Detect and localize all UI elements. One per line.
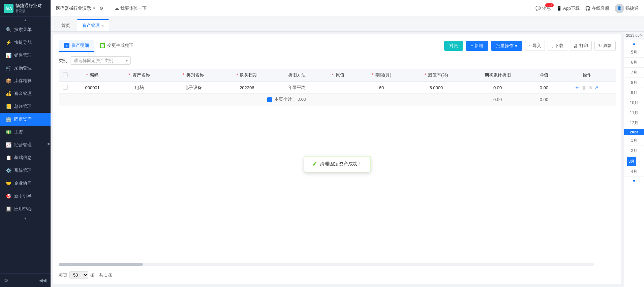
sidebar-item-app-center[interactable]: 🔲 应用中心 xyxy=(0,202,51,215)
company-selector[interactable]: 医疗器械行业演示 ▾ xyxy=(56,5,95,11)
table-row: 000001 电脑 电子设备 202206 年限平均 60 5.0000 0.0… xyxy=(59,82,616,94)
tab-asset-mgmt[interactable]: 资产管理 × xyxy=(77,19,109,31)
topbar: 医疗器械行业演示 ▾ ⚙ ☁ 我要体验一下 💬 消息 99+ 📱 App下载 🎧… xyxy=(51,0,644,17)
table-scrollbar-thumb[interactable] xyxy=(59,263,143,266)
new-btn[interactable]: + 新增 xyxy=(466,41,488,51)
user-avatar: 👤 xyxy=(615,4,624,13)
timeline-month-1[interactable]: 1月 xyxy=(624,136,644,146)
sidebar-item-basic-info[interactable]: 📋 基础信息 xyxy=(0,151,51,164)
sidebar-collapse-btn[interactable]: ◀ xyxy=(46,133,51,154)
timeline-month-4[interactable]: 4月 xyxy=(624,167,644,177)
download-btn[interactable]: ↓ 下载 xyxy=(548,41,568,51)
guide-icon: 🎯 xyxy=(5,193,11,199)
sub-tab-change-voucher[interactable]: 📄 变更生成凭证 xyxy=(94,40,139,52)
sidebar-item-search[interactable]: 🔍 搜索菜单 xyxy=(0,23,51,36)
timeline-month-2[interactable]: 2月 xyxy=(624,146,644,156)
sidebar-scroll-up[interactable]: ▲ xyxy=(0,17,51,23)
select-all-checkbox[interactable] xyxy=(63,72,68,77)
message-icon: 💬 xyxy=(535,6,541,11)
user-name: 畅捷通 xyxy=(625,5,639,11)
account-btn[interactable]: 对账 xyxy=(444,41,463,51)
toast-message: 清理固定资产成功！ xyxy=(320,161,362,167)
tab-close-icon[interactable]: × xyxy=(102,24,104,28)
timeline-month-7[interactable]: 7月 xyxy=(624,68,644,78)
timeline-panel: 2023.03 ✕ ⤡ ▲ 5月 6月 7月 8月 9月 10月 11月 12月… xyxy=(624,32,644,287)
timeline-controls: ✕ ⤡ xyxy=(640,33,644,38)
subtotal-label: 本页小计： xyxy=(274,97,296,102)
timeline-nav-down[interactable]: ▼ xyxy=(624,177,644,185)
message-btn[interactable]: 💬 消息 99+ xyxy=(535,5,551,11)
timeline-month-8[interactable]: 8月 xyxy=(624,78,644,88)
timeline-up-icon: ▲ xyxy=(632,41,637,46)
sidebar-item-inventory[interactable]: 📦 库存核算 xyxy=(0,74,51,87)
topbar-divider xyxy=(109,5,109,12)
app-download-label: App下载 xyxy=(563,5,580,11)
experience-icon: ☁ xyxy=(115,6,119,11)
app-logo: AtA 畅捷通好业财 普及版 xyxy=(0,0,51,17)
batch-btn[interactable]: 批量操作 ▾ xyxy=(491,41,522,51)
per-page-select[interactable]: 50 10 20 100 xyxy=(69,271,88,279)
user-btn[interactable]: 👤 畅捷通 xyxy=(615,4,639,13)
operations-icon: 📈 xyxy=(5,142,11,148)
row-code: 000001 xyxy=(72,82,113,94)
timeline-month-12[interactable]: 12月 xyxy=(624,118,644,128)
row-actions: ✏ 🗑 ⊕ ↗ xyxy=(558,82,616,94)
timeline-month-3-active[interactable]: 3月 xyxy=(627,157,636,166)
app-download-btn[interactable]: 📱 App下载 xyxy=(556,5,580,11)
filter-category-wrapper[interactable]: 请选择固定资产类别 xyxy=(70,56,131,65)
sidebar-item-fixed-assets[interactable]: 🏢 固定资产 xyxy=(0,113,51,126)
gear-icon[interactable]: ⚙ xyxy=(99,6,103,11)
sidebar-item-ledger[interactable]: 📒 总账管理 xyxy=(0,100,51,113)
filter-category-select[interactable]: 请选择固定资产类别 xyxy=(70,56,131,65)
settings-icon[interactable]: ⚙ xyxy=(3,276,10,284)
copy-icon[interactable]: ⊕ xyxy=(588,85,592,90)
sidebar-item-sales[interactable]: 📊 销售管理 xyxy=(0,49,51,62)
timeline-month-6[interactable]: 6月 xyxy=(624,58,644,68)
import-btn[interactable]: ↑ 导入 xyxy=(525,41,545,51)
online-service-btn[interactable]: 🎧 在线客服 xyxy=(585,5,609,11)
app-center-icon: 🔲 xyxy=(5,206,11,212)
asset-table: * 编码 * 资产名称 * 类别名称 xyxy=(59,69,616,105)
search-icon: 🔍 xyxy=(5,27,11,33)
experience-btn[interactable]: ☁ 我要体验一下 xyxy=(115,5,147,11)
import-icon: ↑ xyxy=(529,43,531,49)
asset-table-wrapper: * 编码 * 资产名称 * 类别名称 xyxy=(59,69,616,105)
sidebar: AtA 畅捷通好业财 普及版 ◀ ▲ 🔍 搜索菜单 ⚡ 快捷导航 📊 销售管理 … xyxy=(0,0,51,287)
sidebar-item-purchase[interactable]: 🛒 采购管理 xyxy=(0,62,51,74)
tab-home[interactable]: 首页 xyxy=(56,20,75,31)
sidebar-item-operations[interactable]: 📈 经营管理 xyxy=(0,138,51,151)
filter-category-label: 类别 xyxy=(59,58,67,64)
sidebar-item-label: 快捷导航 xyxy=(14,39,32,45)
sidebar-scroll-down[interactable]: ▼ xyxy=(0,215,51,222)
collapse-icon[interactable]: ◀◀ xyxy=(38,276,48,284)
sub-tab-asset-detail[interactable]: ≡ 资产明细 xyxy=(59,40,94,52)
sidebar-item-funds[interactable]: 💰 资金管理 xyxy=(0,87,51,100)
more-icon[interactable]: ↗ xyxy=(594,85,599,90)
change-voucher-tab-icon: 📄 xyxy=(100,43,105,48)
refresh-btn[interactable]: ↻ 刷新 xyxy=(594,41,616,51)
sidebar-item-payroll[interactable]: 💵 工资 xyxy=(0,126,51,138)
sidebar-item-label: 资金管理 xyxy=(14,91,32,97)
row-checkbox[interactable] xyxy=(63,85,68,90)
sidebar-item-quick-nav[interactable]: ⚡ 快捷导航 xyxy=(0,36,51,49)
sidebar-item-guide[interactable]: 🎯 新手引导 xyxy=(0,190,51,202)
row-original-value xyxy=(320,82,356,94)
print-btn[interactable]: 🖨 打印 xyxy=(570,41,592,51)
timeline-close-btn[interactable]: ✕ xyxy=(640,33,643,38)
tabbar: 首页 资产管理 × xyxy=(51,17,644,32)
timeline-month-5[interactable]: 5月 xyxy=(624,47,644,58)
delete-icon[interactable]: 🗑 xyxy=(582,85,586,90)
edit-icon[interactable]: ✏ xyxy=(576,85,580,90)
sub-tab-detail-label: 资产明细 xyxy=(71,42,89,49)
system-icon: ⚙️ xyxy=(5,167,11,173)
timeline-month-9[interactable]: 9月 xyxy=(624,88,644,98)
table-scrollbar-track[interactable] xyxy=(59,263,594,266)
sidebar-menu: ▲ 🔍 搜索菜单 ⚡ 快捷导航 📊 销售管理 🛒 采购管理 📦 库存核算 💰 资… xyxy=(0,17,51,273)
import-label: 导入 xyxy=(532,43,541,49)
timeline-nav-up[interactable]: ▲ xyxy=(624,39,644,47)
timeline-month-11[interactable]: 11月 xyxy=(624,108,644,118)
timeline-month-10[interactable]: 10月 xyxy=(624,98,644,108)
service-label: 在线客服 xyxy=(592,5,609,11)
sidebar-item-cooperation[interactable]: 🤝 企业协同 xyxy=(0,177,51,190)
sidebar-item-system[interactable]: ⚙️ 系统管理 xyxy=(0,164,51,177)
